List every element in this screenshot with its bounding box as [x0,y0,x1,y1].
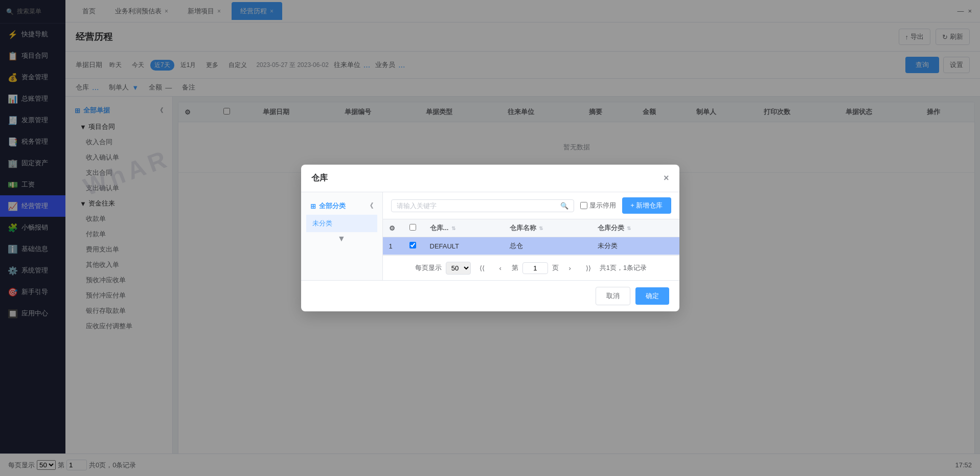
modal-footer: 取消 确定 [301,280,679,311]
modal-col-name-label: 仓库名称 [510,224,536,232]
modal-close-button[interactable]: × [664,173,669,184]
add-warehouse-button[interactable]: + 新增仓库 [622,197,671,214]
modal-search-icon[interactable]: 🔍 [560,202,568,210]
sort-name-icon[interactable]: ⇅ [539,225,543,231]
per-page-select[interactable]: 50 [446,262,471,275]
modal-right-panel: 🔍 显示停用 + 新增仓库 ⚙ [383,192,679,280]
modal-col-category-label: 仓库分类 [598,224,624,232]
show-disabled-checkbox[interactable] [580,202,587,209]
prev-page-button[interactable]: ‹ [493,261,508,275]
table-row[interactable]: 1 DEFAULT 总仓 未分类 [383,237,679,255]
modal-search-input[interactable] [397,202,558,210]
show-disabled-label: 显示停用 [589,201,616,210]
first-page-button[interactable]: ⟨⟨ [475,261,489,275]
left-collapse-icon[interactable]: 《 [367,201,373,211]
row-select-checkbox[interactable] [409,242,416,248]
row-name: 总仓 [504,237,591,255]
sort-code-icon[interactable]: ⇅ [451,225,455,231]
modal-col-name: 仓库名称 ⇅ [504,219,591,237]
modal-pagination: 每页显示 50 ⟨⟨ ‹ 第 页 › ⟩⟩ 共1页，1条记录 [383,255,679,280]
modal-all-categories[interactable]: ⊞ 全部分类 《 [306,197,377,215]
page-label: 第 [512,263,518,273]
warehouse-modal: 仓库 × ⊞ 全部分类 《 未分类 ▼ 🔍 [301,165,679,311]
modal-col-settings[interactable]: ⚙ [383,219,403,237]
total-records: 共1页，1条记录 [600,263,647,273]
page-suffix: 页 [552,263,559,273]
modal-col-category: 仓库分类 ⇅ [591,219,679,237]
modal-toolbar: 🔍 显示停用 + 新增仓库 [383,192,679,219]
row-checkbox[interactable] [403,237,424,255]
modal-warehouse-table: ⚙ 仓库... ⇅ 仓库名称 ⇅ [383,219,679,255]
grid-icon: ⊞ [310,202,316,210]
modal-col-code-label: 仓库... [430,224,449,232]
row-id: 1 [383,237,403,255]
modal-left-scroll[interactable]: ▼ [306,232,377,245]
row-code: DEFAULT [424,237,504,255]
modal-header: 仓库 × [301,165,679,192]
modal-body: ⊞ 全部分类 《 未分类 ▼ 🔍 显示停用 [301,192,679,280]
modal-confirm-button[interactable]: 确定 [635,287,669,305]
last-page-button[interactable]: ⟩⟩ [581,261,596,275]
modal-category-uncategorized[interactable]: 未分类 [306,215,377,232]
all-categories-label: 全部分类 [319,201,346,211]
modal-select-all[interactable] [409,224,416,231]
modal-cancel-button[interactable]: 取消 [596,287,630,305]
show-disabled-toggle: 显示停用 [580,201,616,210]
modal-search-box: 🔍 [391,199,575,212]
modal-overlay: 仓库 × ⊞ 全部分类 《 未分类 ▼ 🔍 [0,0,980,476]
row-category: 未分类 [591,237,679,255]
sort-category-icon[interactable]: ⇅ [627,225,631,231]
page-input[interactable] [522,262,548,274]
modal-title: 仓库 [311,173,328,184]
modal-left-panel: ⊞ 全部分类 《 未分类 ▼ [301,192,383,280]
modal-col-checkbox[interactable] [403,219,424,237]
per-page-label: 每页显示 [415,263,442,273]
next-page-button[interactable]: › [563,261,577,275]
modal-table-wrap: ⚙ 仓库... ⇅ 仓库名称 ⇅ [383,219,679,255]
modal-col-code: 仓库... ⇅ [424,219,504,237]
